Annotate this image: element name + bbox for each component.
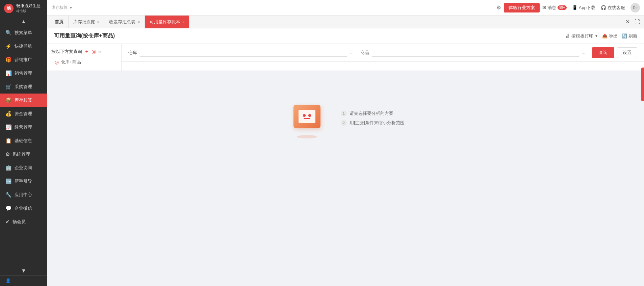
query-action-buttons: 查询 设置	[592, 47, 637, 58]
sidebar-item-appcenter[interactable]: 🔧 应用中心	[0, 188, 47, 202]
appcenter-icon: 🔧	[5, 192, 12, 198]
print-icon: 🖨	[566, 33, 570, 38]
sidebar-item-wechat[interactable]: 💬 企业微信	[0, 202, 47, 215]
goods-label: 商品	[360, 50, 369, 56]
online-service-button[interactable]: 🎧 在线客服	[601, 5, 625, 11]
user-info[interactable]: Rit	[630, 3, 640, 12]
guide-icon: 🆕	[5, 178, 12, 184]
goods-input[interactable]	[372, 49, 579, 57]
query-button[interactable]: 查询	[592, 47, 614, 58]
warehouse-more-button[interactable]: ...	[350, 50, 353, 55]
page-header-actions: 🖨 按模板打印 ▼ 📤 导出 🔄 刷新	[566, 33, 637, 39]
robot-face	[299, 110, 315, 123]
sidebar-logo: 畅 畅康通好生意 标准版	[0, 0, 47, 17]
robot-eye-right	[308, 114, 311, 117]
sidebar-item-sales-label: 销售管理	[15, 70, 32, 76]
tip-text-2: 用[过滤]条件来缩小分析范围	[350, 120, 405, 126]
vip-icon: ✔	[5, 219, 10, 225]
filter-query-area: 按以下方案查询 ＋ ◎ « ◎ 仓库+商品 仓库	[47, 44, 644, 71]
sidebar-item-appcenter-label: 应用中心	[15, 192, 32, 198]
empty-state-content: 1 请先选择要分析的方案 2 用[过滤]条件来缩小分析范围	[287, 98, 405, 138]
refresh-button[interactable]: 🔄 刷新	[622, 33, 637, 39]
goods-more-button[interactable]: ...	[582, 50, 585, 55]
tab-home[interactable]: 首页	[50, 16, 69, 28]
filter-scheme-warehouse-goods[interactable]: ◎ 仓库+商品	[51, 58, 117, 67]
page-header: 可用量查询(按仓库+商品) 🖨 按模板打印 ▼ 📤 导出 🔄 刷新	[47, 28, 644, 44]
tip-text-1: 请先选择要分析的方案	[350, 110, 393, 116]
print-button[interactable]: 🖨 按模板打印 ▼	[566, 33, 598, 39]
export-icon: 📤	[602, 33, 608, 38]
inventory-icon: 📦	[5, 97, 12, 103]
sidebar-item-sales[interactable]: 📊 销售管理	[0, 67, 47, 80]
sidebar-item-inventory[interactable]: 📦 库存核算	[0, 94, 47, 107]
sidebar-item-finance-label: 资金管理	[15, 111, 32, 117]
sidebar: 畅 畅康通好生意 标准版 ▲ 🔍 搜索菜单 ⚡ 快捷导航 🎁 营销推广 📊 销售…	[0, 0, 47, 286]
tabs-expand-button[interactable]: ⛶	[633, 18, 641, 26]
sidebar-scroll-up[interactable]: ▲	[0, 17, 47, 26]
empty-state: 1 请先选择要分析的方案 2 用[过滤]条件来缩小分析范围	[47, 71, 644, 165]
messages-badge: 99+	[558, 5, 567, 10]
filter-header: 按以下方案查询 ＋ ◎ «	[51, 48, 117, 55]
export-label: 导出	[609, 33, 618, 39]
sidebar-item-vip[interactable]: ✔ 畅会员	[0, 215, 47, 229]
tab-receipt-summary-close[interactable]: ×	[137, 20, 139, 24]
sidebar-item-inventory-label: 库存核算	[15, 97, 32, 103]
breadcrumb-dropdown-icon[interactable]: ▼	[69, 5, 73, 10]
topbar-right-actions: ✉ 消息 99+ 📱 App下载 🎧 在线客服 Rit	[542, 3, 640, 12]
online-service-icon: 🎧	[601, 5, 606, 10]
export-button[interactable]: 📤 导出	[602, 33, 618, 39]
sidebar-item-search[interactable]: 🔍 搜索菜单	[0, 26, 47, 40]
tabs-close-all-button[interactable]: ✕	[624, 17, 631, 26]
page-title: 可用量查询(按仓库+商品)	[54, 32, 115, 40]
settings-button[interactable]: 设置	[617, 47, 637, 58]
tab-available-inventory[interactable]: 可用量库存账本 ×	[145, 16, 189, 28]
messages-icon: ✉	[542, 5, 546, 10]
user-avatar: Rit	[630, 3, 640, 12]
empty-tip-1: 1 请先选择要分析的方案	[341, 110, 405, 116]
app-download-icon: 📱	[572, 5, 577, 10]
sidebar-item-shortcut[interactable]: ⚡ 快捷导航	[0, 40, 47, 53]
app-download-button[interactable]: 📱 App下载	[572, 5, 595, 11]
warehouse-input[interactable]	[140, 49, 347, 57]
search-icon: 🔍	[5, 30, 12, 36]
filter-add-button[interactable]: ＋	[84, 48, 89, 55]
online-service-label: 在线客服	[608, 5, 625, 11]
sidebar-nav: 🔍 搜索菜单 ⚡ 快捷导航 🎁 营销推广 📊 销售管理 🛒 采购管理 📦 库存核…	[0, 26, 47, 266]
tab-inventory-batch[interactable]: 库存批次账 ×	[69, 16, 104, 28]
filter-settings-button[interactable]: ◎	[92, 48, 96, 55]
sidebar-scroll-down[interactable]: ▼	[0, 266, 47, 275]
sidebar-item-finance[interactable]: 💰 资金管理	[0, 107, 47, 121]
refresh-label: 刷新	[628, 33, 637, 39]
print-dropdown-icon: ▼	[595, 34, 598, 38]
sidebar-item-purchase[interactable]: 🛒 采购管理	[0, 80, 47, 94]
sidebar-item-enterprise[interactable]: 🏢 企业协同	[0, 161, 47, 175]
query-fields-row: 仓库 ... 商品 ... 查询 设置	[122, 44, 644, 62]
sidebar-item-marketing-label: 营销推广	[15, 57, 32, 63]
sidebar-user[interactable]: 👤	[0, 275, 47, 286]
tab-bar: 首页 库存批次账 × 收发存汇总表 × 可用量库存账本 × ✕ ⛶	[47, 16, 644, 28]
filter-label: 按以下方案查询	[51, 49, 82, 55]
sidebar-item-system[interactable]: ⚙ 系统管理	[0, 148, 47, 161]
finance-icon: 💰	[5, 111, 12, 117]
robot-body	[293, 105, 320, 128]
right-scrollbar[interactable]	[641, 68, 644, 101]
sidebar-item-enterprise-label: 企业协同	[15, 165, 32, 171]
page-content: 可用量查询(按仓库+商品) 🖨 按模板打印 ▼ 📤 导出 🔄 刷新	[47, 28, 644, 286]
sidebar-item-basics[interactable]: 📋 基础信息	[0, 134, 47, 148]
purchase-icon: 🛒	[5, 84, 12, 90]
tab-receipt-summary[interactable]: 收发存汇总表 ×	[104, 16, 145, 28]
tab-inventory-batch-close[interactable]: ×	[97, 20, 99, 24]
industry-solution-button[interactable]: 体验行业方案	[504, 3, 540, 12]
robot-eyes	[303, 114, 311, 117]
tab-receipt-summary-label: 收发存汇总表	[109, 19, 135, 25]
refresh-icon: 🔄	[622, 33, 627, 38]
tip-num-2: 2	[341, 120, 347, 126]
sidebar-item-guide[interactable]: 🆕 新手引导	[0, 175, 47, 188]
filter-collapse-button[interactable]: «	[98, 49, 101, 54]
sidebar-item-search-label: 搜索菜单	[15, 30, 32, 36]
sidebar-item-operations[interactable]: 📈 经营管理	[0, 121, 47, 134]
sidebar-item-marketing[interactable]: 🎁 营销推广	[0, 53, 47, 67]
topbar-gear-icon[interactable]: ⚙	[496, 4, 501, 11]
messages-button[interactable]: ✉ 消息 99+	[542, 5, 567, 11]
tab-available-inventory-close[interactable]: ×	[182, 20, 184, 24]
